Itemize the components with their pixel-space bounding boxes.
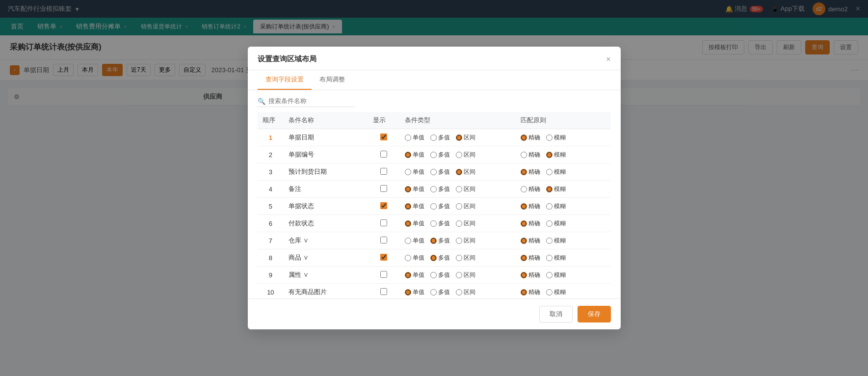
dialog-search-area: 🔍 xyxy=(248,90,621,112)
th-name: 条件名称 xyxy=(284,112,368,113)
modal-overlay: 设置查询区域布局 × 查询字段设置 布局调整 🔍 顺序 条件名称 显示 条件类型 xyxy=(0,0,868,113)
th-match: 匹配原则 xyxy=(516,112,610,113)
search-icon: 🔍 xyxy=(258,98,265,105)
condition-search-input[interactable] xyxy=(257,95,355,107)
th-type: 条件类型 xyxy=(400,112,516,113)
dialog-tab-query-fields[interactable]: 查询字段设置 xyxy=(258,70,312,90)
settings-table: 顺序 条件名称 显示 条件类型 匹配原则 1单据日期单值多值区间精确模糊2单据编… xyxy=(258,112,611,113)
dialog-tabs: 查询字段设置 布局调整 xyxy=(248,70,621,90)
dialog-close-btn[interactable]: × xyxy=(606,55,610,64)
th-show: 显示 xyxy=(368,112,399,113)
th-order: 顺序 xyxy=(258,112,284,113)
settings-dialog: 设置查询区域布局 × 查询字段设置 布局调整 🔍 顺序 条件名称 显示 条件类型 xyxy=(248,47,621,113)
settings-table-container: 顺序 条件名称 显示 条件类型 匹配原则 1单据日期单值多值区间精确模糊2单据编… xyxy=(248,112,621,113)
dialog-tab-layout[interactable]: 布局调整 xyxy=(312,70,353,90)
dialog-header: 设置查询区域布局 × xyxy=(248,47,621,70)
dialog-title: 设置查询区域布局 xyxy=(258,54,316,64)
